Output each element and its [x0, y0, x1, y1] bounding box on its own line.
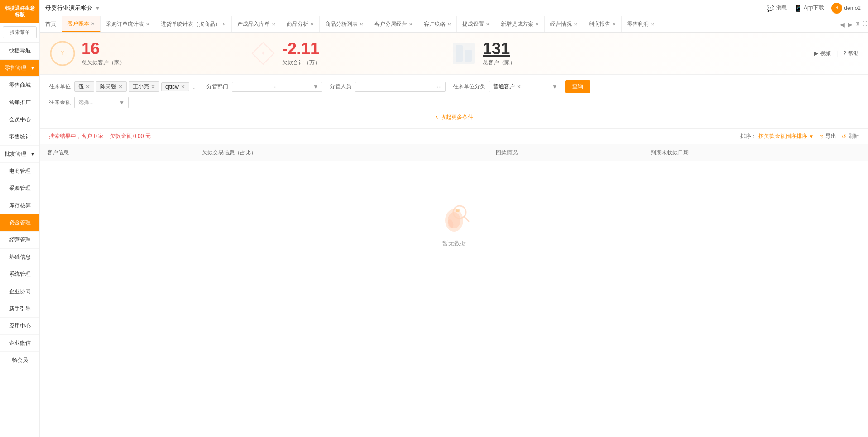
tab-customer-contact[interactable]: 客户联络 ✕ — [418, 16, 457, 32]
refresh-button[interactable]: ↺ 刷新 — [842, 133, 859, 140]
tab-close-icon[interactable]: ✕ — [91, 21, 95, 26]
tab-close-icon[interactable]: ✕ — [310, 22, 314, 27]
sidebar-item-app-center[interactable]: 应用中心 — [0, 318, 39, 335]
sidebar-item-retail-mgmt[interactable]: 零售管理 ▼ — [0, 60, 39, 77]
export-button[interactable]: ⊙ 导出 — [819, 133, 836, 140]
category-tag-normal[interactable]: 普通客户 ✕ — [493, 83, 521, 90]
tab-new-achievement[interactable]: 新增提成方案 ✕ — [495, 16, 545, 32]
tab-product-analysis-list[interactable]: 商品分析列表 ✕ — [320, 16, 369, 32]
collapse-button[interactable]: ∧ 收起更多条件 — [49, 114, 859, 121]
sidebar-item-marketing[interactable]: 营销推广 — [0, 94, 39, 111]
sort-button[interactable]: 按欠款金额倒序排序 — [758, 133, 807, 140]
stat-total-customers-value: 131 — [483, 41, 515, 57]
filter-row-1: 往来单位 伍 ✕ 陈民强 ✕ 王小亮 ✕ cjttcw — [49, 80, 859, 93]
sidebar-item-retail-mall[interactable]: 零售商城 — [0, 77, 39, 94]
tag-remove-icon[interactable]: ✕ — [517, 84, 521, 90]
sidebar-item-enterprise-wechat[interactable]: 企业微信 — [0, 335, 39, 352]
sidebar-item-basic-info[interactable]: 基础信息 — [0, 249, 39, 266]
debt-customers-icon: ¥ — [49, 40, 76, 67]
sidebar-item-capital[interactable]: 资金管理 — [0, 214, 39, 232]
tag-remove-icon[interactable]: ✕ — [151, 84, 155, 90]
sidebar-item-enterprise[interactable]: 企业协同 — [0, 283, 39, 300]
message-button[interactable]: 💬 消息 — [767, 4, 787, 12]
category-select[interactable]: 普通客户 ✕ ▼ — [489, 81, 561, 92]
tab-product-analysis[interactable]: 商品分析 ✕ — [281, 16, 320, 32]
tab-close-icon[interactable]: ✕ — [447, 22, 451, 27]
tab-close-icon[interactable]: ✕ — [486, 22, 489, 27]
sidebar-item-vip[interactable]: 畅会员 — [0, 352, 39, 369]
tab-inbound-stats[interactable]: 进货单统计表（按商品） ✕ — [155, 16, 232, 32]
search-menu-button[interactable]: 搜索菜单 — [3, 26, 37, 38]
user-profile[interactable]: d demo2 — [831, 3, 861, 14]
stat-debt-amount-value: -2.11 — [282, 41, 320, 57]
stat-total-customers: 131 总客户（家） — [450, 40, 632, 67]
chevron-up-icon: ∧ — [435, 114, 439, 121]
tab-close-icon[interactable]: ✕ — [146, 22, 149, 27]
filter-more-btn[interactable]: ... — [191, 84, 196, 90]
video-link[interactable]: ▶ 视频 — [814, 50, 831, 57]
toolbar-sort: 排序： 按欠款金额倒序排序 ▼ — [740, 133, 814, 140]
filter-tag-cm[interactable]: 陈民强 ✕ — [96, 81, 127, 92]
tab-fullscreen-icon[interactable]: ⛶ — [861, 21, 868, 28]
sidebar-item-retail-stats[interactable]: 零售统计 — [0, 128, 39, 146]
tab-close-icon[interactable]: ✕ — [222, 22, 226, 27]
sidebar-item-wholesale[interactable]: 批发管理 ▼ — [0, 146, 39, 163]
chevron-down-icon: ▼ — [119, 100, 125, 106]
tab-close-icon[interactable]: ✕ — [360, 22, 363, 27]
sidebar-item-quick-nav[interactable]: 快捷导航 — [0, 43, 39, 60]
sidebar-item-member[interactable]: 会员中心 — [0, 111, 39, 128]
chevron-down-icon: ▼ — [30, 152, 35, 157]
tab-expand-arrow[interactable]: ⊞ — [854, 21, 860, 28]
tab-close-icon[interactable]: ✕ — [612, 22, 616, 27]
tab-purchase-order[interactable]: 采购订单统计表 ✕ — [101, 16, 155, 32]
filter-tag-cj[interactable]: cjttcw ✕ — [161, 82, 189, 91]
unit-filter-label: 往来单位 — [49, 83, 71, 90]
empty-state: 暂无数据 — [40, 162, 868, 284]
stat-debt-amount: ✦ -2.11 欠款合计（万） — [249, 40, 432, 67]
more-icon: ··· — [437, 84, 441, 90]
tab-bar: 首页 客户账本 ✕ 采购订单统计表 ✕ 进货单统计表（按商品） ✕ 产成品入库单… — [40, 16, 868, 33]
tab-home[interactable]: 首页 — [40, 16, 62, 32]
sidebar-item-operation[interactable]: 经营管理 — [0, 232, 39, 249]
tab-promotion-settings[interactable]: 提成设置 ✕ — [457, 16, 495, 32]
person-select[interactable]: ··· — [355, 82, 446, 92]
tab-retail-profit[interactable]: 零售利润 ✕ — [622, 16, 660, 32]
header-actions: ▶ 视频 | ? 帮助 — [814, 50, 859, 57]
filter-tag-wxl[interactable]: 王小亮 ✕ — [129, 81, 159, 92]
tab-customer-account[interactable]: 客户账本 ✕ — [62, 16, 101, 32]
tab-close-icon[interactable]: ✕ — [535, 22, 539, 27]
total-customers-icon — [450, 40, 477, 67]
tab-customer-segment[interactable]: 客户分层经营 ✕ — [369, 16, 418, 32]
svg-point-11 — [456, 209, 460, 212]
sidebar-item-purchase[interactable]: 采购管理 — [0, 180, 39, 197]
sidebar-item-inventory[interactable]: 库存核算 — [0, 197, 39, 214]
tab-prev-arrow[interactable]: ◀ — [839, 21, 846, 28]
stat-debt-amount-label: 欠款合计（万） — [282, 59, 320, 66]
table-container: 客户信息 欠款交易信息（占比） 回款情况 到期未收款日期 — [40, 144, 868, 437]
tab-operation-status[interactable]: 经营情况 ✕ — [545, 16, 583, 32]
query-button[interactable]: 查询 — [565, 80, 590, 93]
dept-select[interactable]: ··· ▼ — [232, 82, 322, 92]
tab-close-icon[interactable]: ✕ — [651, 22, 654, 27]
tag-remove-icon[interactable]: ✕ — [86, 84, 90, 90]
tab-product-inbound[interactable]: 产成品入库单 ✕ — [232, 16, 281, 32]
sidebar-item-new-guide[interactable]: 新手引导 — [0, 300, 39, 318]
stats-header: ¥ 16 总欠款客户（家） ✦ -2.11 — [40, 33, 868, 75]
data-table: 客户信息 欠款交易信息（占比） 回款情况 到期未收款日期 — [40, 144, 868, 162]
tab-next-arrow[interactable]: ▶ — [847, 21, 854, 28]
sidebar-item-system[interactable]: 系统管理 — [0, 266, 39, 283]
tab-close-icon[interactable]: ✕ — [409, 22, 412, 27]
tab-close-icon[interactable]: ✕ — [574, 22, 577, 27]
tab-profit-report[interactable]: 利润报告 ✕ — [583, 16, 622, 32]
filter-tag-ws[interactable]: 伍 ✕ — [74, 81, 94, 92]
help-link[interactable]: ? 帮助 — [843, 50, 859, 57]
sidebar-search[interactable]: 搜索菜单 — [0, 23, 39, 43]
balance-select[interactable]: 选择... ▼ — [74, 97, 129, 108]
sidebar-item-ecommerce[interactable]: 电商管理 — [0, 163, 39, 180]
stat-total-customers-info: 131 总客户（家） — [483, 41, 515, 66]
refresh-icon: ↺ — [842, 133, 846, 140]
tab-close-icon[interactable]: ✕ — [272, 22, 275, 27]
app-download-button[interactable]: 📱 App下载 — [794, 4, 824, 12]
tag-remove-icon[interactable]: ✕ — [118, 84, 123, 90]
tag-remove-icon[interactable]: ✕ — [181, 84, 185, 90]
